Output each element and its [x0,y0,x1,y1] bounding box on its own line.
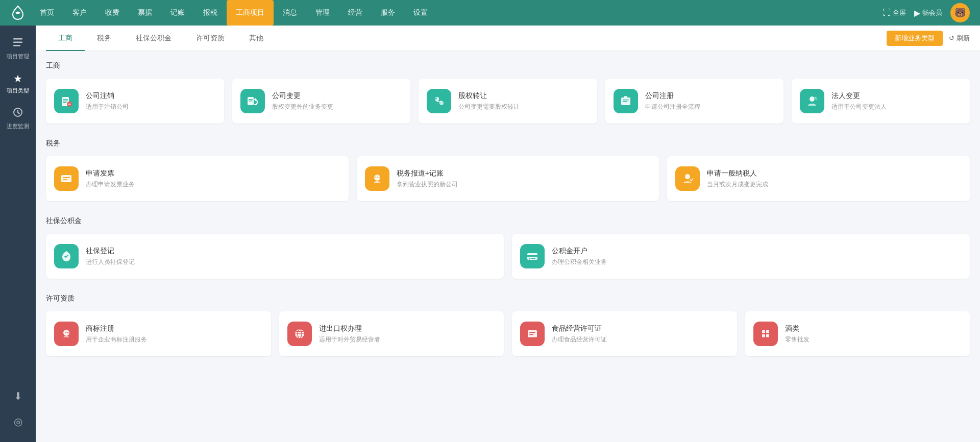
tab-xuke[interactable]: 许可资质 [184,26,237,51]
card-apply-invoice[interactable]: 申请发票 办理申请发票业务 [46,156,349,201]
food-license-title: 食品经营许可证 [552,324,729,333]
card-import-export[interactable]: 进出口权办理 适用于对外贸易经营者 [279,311,504,356]
svg-rect-18 [623,101,627,102]
tax-accounting-title: 税务报道+记账 [397,169,651,178]
card-social-insurance[interactable]: 社保登记 进行人员社保登记 [46,234,504,279]
nav-customer[interactable]: 客户 [63,0,96,26]
svg-rect-1 [13,42,22,43]
fund-account-info: 公积金开户 办理公积金相关业务 [552,247,962,266]
nav-bizproject[interactable]: 工商项目 [227,0,274,26]
scroll-content[interactable]: 工商 公司注销 适用 [36,51,980,442]
svg-rect-0 [13,38,22,40]
svg-rect-5 [63,99,68,100]
logo [5,0,31,26]
social-insurance-info: 社保登记 进行人员社保登记 [86,247,496,266]
svg-rect-44 [762,330,765,333]
nav-service[interactable]: 服务 [372,0,404,26]
import-export-desc: 适用于对外贸易经营者 [319,335,496,344]
nav-tax[interactable]: 报税 [194,0,227,26]
nav-ticket[interactable]: 票据 [129,0,161,26]
svg-rect-22 [61,175,71,182]
apply-invoice-icon [54,166,79,191]
apply-taxpayer-desc: 当月或次月成变更完成 [707,180,962,189]
svg-rect-45 [766,330,769,333]
svg-rect-12 [249,101,253,102]
card-company-register[interactable]: 公司注册 申请公司注册全流程 [605,79,783,124]
nav-message[interactable]: 消息 [274,0,306,26]
svg-point-28 [379,177,380,178]
import-export-icon [287,322,312,346]
card-trademark[interactable]: ™ 商标注册 用于企业商标注册服务 [46,311,271,356]
equity-transfer-icon: ¥ [427,89,451,113]
legal-change-title: 法人变更 [831,91,962,101]
tab-gongshang[interactable]: 工商 [46,26,85,51]
svg-rect-11 [249,99,253,100]
tab-actions: 新增业务类型 ↺ 刷新 [887,31,970,46]
card-company-cancel[interactable]: 公司注销 适用于注销公司 [46,79,224,124]
sidebar-bottom: ⬇ ◎ [0,386,36,442]
vip-label: 畅会员 [922,8,942,17]
nav-fee[interactable]: 收费 [96,0,129,26]
svg-text:™: ™ [65,331,69,336]
refresh-button[interactable]: ↺ 刷新 [949,34,970,43]
sidebar-label-project-type: 项目类型 [7,87,29,94]
nav-home[interactable]: 首页 [31,0,63,26]
section-title-shebao: 社保公积金 [46,216,970,226]
company-cancel-info: 公司注销 适用于注销公司 [86,91,216,111]
sidebar-item-progress[interactable]: 进度监测 [0,101,36,136]
svg-rect-31 [527,255,537,257]
apply-invoice-desc: 办理申请发票业务 [86,180,340,189]
section-title-gongshang: 工商 [46,61,970,70]
card-fund-account[interactable]: 公积金开户 办理公积金相关业务 [512,234,970,279]
new-type-button[interactable]: 新增业务类型 [887,31,943,46]
food-license-info: 食品经营许可证 办理食品经营许可证 [552,324,729,344]
svg-point-26 [375,177,376,178]
alcohol-desc: 零售批发 [785,335,962,344]
card-tax-accounting[interactable]: 税务报道+记账 拿到营业执照的新公司 [357,156,659,201]
svg-rect-7 [63,102,66,103]
social-insurance-title: 社保登记 [86,247,496,256]
nav-accounting[interactable]: 记账 [161,0,194,26]
sidebar-download[interactable]: ⬇ [0,386,36,406]
sidebar-location[interactable]: ◎ [0,411,36,432]
section-title-xuke: 许可资质 [46,294,970,303]
card-legal-change[interactable]: 法人变更 适用于公司变更法人 [792,79,970,124]
alcohol-info: 酒类 零售批发 [785,324,962,344]
alcohol-title: 酒类 [785,324,962,333]
xuke-grid: ™ 商标注册 用于企业商标注册服务 [46,311,970,356]
shebao-grid: 社保登记 进行人员社保登记 公积金开户 [46,234,970,279]
svg-rect-17 [623,100,629,101]
vip-btn[interactable]: ▶ 畅会员 [914,8,942,18]
company-change-info: 公司变更 股权变更外的业务变更 [272,91,402,111]
fullscreen-btn[interactable]: ⛶ 全屏 [883,8,906,17]
card-company-change[interactable]: 公司变更 股权变更外的业务变更 [232,79,410,124]
equity-transfer-desc: 公司变更需要股权转让 [458,103,589,111]
nav-right: ⛶ 全屏 ▶ 畅会员 🐻 [883,3,970,22]
refresh-label: 刷新 [957,34,970,43]
card-alcohol[interactable]: 酒类 零售批发 [745,311,970,356]
sidebar-item-project-manage[interactable]: 项目管理 [0,31,36,66]
card-equity-transfer[interactable]: ¥ 股权转让 公司变更需要股权转让 [419,79,597,124]
sidebar-item-project-type[interactable]: ★ 项目类型 [0,66,36,101]
avatar[interactable]: 🐻 [950,3,970,22]
tab-shebao[interactable]: 社保公积金 [124,26,184,51]
card-food-license[interactable]: 食品经营许可证 办理食品经营许可证 [512,311,737,356]
svg-rect-24 [63,179,67,180]
sidebar-label-progress: 进度监测 [7,122,29,130]
card-apply-taxpayer[interactable]: 申请一般纳税人 当月或次月成变更完成 [667,156,970,201]
nav-manage[interactable]: 管理 [306,0,339,26]
project-manage-icon [12,37,23,51]
apply-taxpayer-icon [675,166,700,191]
legal-change-info: 法人变更 适用于公司变更法人 [831,91,962,111]
trademark-desc: 用于企业商标注册服务 [86,335,263,344]
tab-bar: 工商 税务 社保公积金 许可资质 其他 新增业务类型 ↺ 刷新 [36,26,980,51]
tab-shuiwu[interactable]: 税务 [85,26,124,51]
nav-operation[interactable]: 经营 [339,0,372,26]
legal-change-icon [800,89,824,113]
nav-settings[interactable]: 设置 [404,0,437,26]
company-change-desc: 股权变更外的业务变更 [272,103,402,111]
svg-rect-47 [766,334,769,337]
equity-transfer-info: 股权转让 公司变更需要股权转让 [458,91,589,111]
sidebar-label-project-manage: 项目管理 [7,53,29,60]
tab-other[interactable]: 其他 [237,26,276,51]
